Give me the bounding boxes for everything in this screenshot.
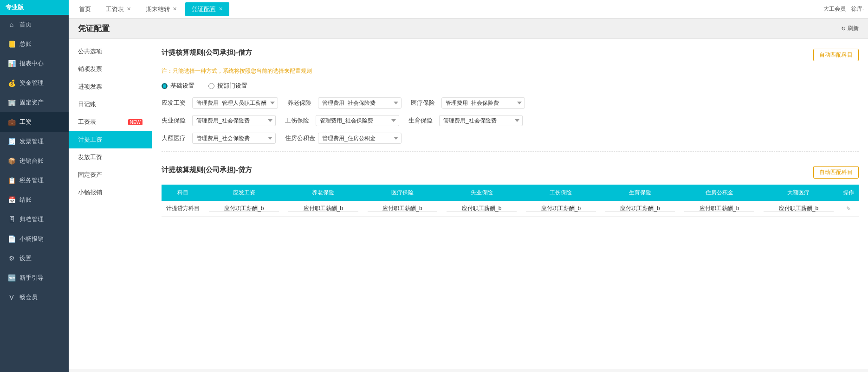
sidebar-icon-salary: 💼 — [7, 118, 16, 126]
tab-voucher-config[interactable]: 凭证配置✕ — [185, 2, 229, 16]
col-header-4: 失业保险 — [442, 185, 521, 201]
section2-header: 计提核算规则(公司承担)-贷方 自动匹配科目 — [162, 166, 859, 179]
sidebar-item-salary[interactable]: 💼 工资 — [0, 112, 69, 132]
tab-home[interactable]: 首页 — [72, 2, 97, 16]
tab-close-period-end[interactable]: ✕ — [173, 6, 177, 12]
form-label-1-0: 失业保险 — [162, 116, 189, 125]
sidebar-icon-reports: 📊 — [7, 60, 16, 67]
auto-match-credit-button[interactable]: 自动匹配科目 — [813, 166, 859, 179]
col-header-5: 工伤保险 — [521, 185, 601, 201]
section1-title: 计提核算规则(公司承担)-借方 — [162, 48, 252, 57]
sidebar-item-archive[interactable]: 🗄 归档管理 — [0, 210, 69, 229]
tab-label-voucher-config: 凭证配置 — [192, 5, 216, 13]
table-input-0-1[interactable] — [288, 205, 358, 212]
sidebar-icon-tax: 📋 — [7, 177, 16, 184]
form-label-0-1: 养老保险 — [287, 99, 315, 107]
table-input-0-3[interactable] — [447, 205, 517, 212]
form-select-2-0[interactable]: 管理费用_社会保险费 — [192, 133, 276, 144]
table-input-0-0[interactable] — [209, 205, 279, 212]
form-select-2-1[interactable]: 管理费用_住房公积金 — [318, 133, 402, 144]
table-input-0-2[interactable] — [368, 205, 438, 212]
dept-setting-radio[interactable]: 按部门设置 — [208, 82, 247, 90]
col-header-3: 医疗保险 — [363, 185, 442, 201]
sidebar-icon-inventory: 📦 — [7, 157, 16, 165]
left-nav-salary-table[interactable]: 工资表NEW — [69, 113, 152, 131]
sidebar-item-settings[interactable]: ⚙ 设置 — [0, 249, 69, 268]
table-input-0-7[interactable] — [764, 205, 834, 212]
form-item-0-1: 养老保险 管理费用_社会保险费 — [287, 97, 402, 109]
sidebar-item-reports[interactable]: 📊 报表中心 — [0, 54, 69, 73]
tab-label-home: 首页 — [79, 5, 91, 13]
tab-period-end[interactable]: 期末结转✕ — [139, 2, 183, 16]
left-nav-pay-salary[interactable]: 发放工资 — [69, 148, 152, 166]
left-nav-label-salary-table: 工资表 — [78, 118, 96, 126]
left-nav-accrued-salary[interactable]: 计提工资 — [69, 131, 152, 148]
form-row-0: 应发工资 管理费用_管理人员职工薪酬 养老保险 管理费用_社会保险费 医疗保险 … — [162, 97, 859, 109]
form-label-2-1: 住房公积金 — [285, 134, 315, 142]
table-input-0-4[interactable] — [526, 205, 596, 212]
sidebar-item-inventory[interactable]: 📦 进销台账 — [0, 151, 69, 171]
form-label-0-0: 应发工资 — [162, 99, 189, 107]
sidebar-label-tax: 税务管理 — [19, 176, 44, 185]
tab-salary-table[interactable]: 工资表✕ — [99, 2, 137, 16]
sidebar-item-member[interactable]: V 畅会员 — [0, 288, 69, 307]
table-input-0-5[interactable] — [605, 205, 675, 212]
refresh-button[interactable]: ↻ 刷新 — [841, 25, 859, 32]
sidebar-icon-ledger: 📒 — [7, 40, 16, 48]
sidebar-icon-funds: 💰 — [7, 79, 16, 87]
tab-close-salary-table[interactable]: ✕ — [127, 6, 131, 12]
left-nav-public[interactable]: 公共选项 — [69, 43, 152, 60]
refresh-label: 刷新 — [848, 25, 859, 32]
sidebar-item-close[interactable]: 📅 结账 — [0, 190, 69, 210]
form-select-1-1[interactable]: 管理费用_社会保险费 — [316, 115, 399, 126]
sidebar-label-archive: 归档管理 — [19, 215, 44, 224]
cell-value-0-7 — [759, 201, 838, 217]
form-label-1-1: 工伤保险 — [285, 116, 313, 125]
sidebar-label-guide: 新手引导 — [19, 274, 44, 282]
sidebar-icon-archive: 🗄 — [7, 216, 16, 223]
main-content: 首页工资表✕期末结转✕凭证配置✕ 大工会员 徐库- 凭证配置 ↻ 刷新 公共选项… — [69, 0, 868, 372]
form-select-0-1[interactable]: 管理费用_社会保险费 — [318, 97, 402, 109]
page-header: 凭证配置 ↻ 刷新 — [69, 19, 868, 39]
auto-match-debit-button[interactable]: 自动匹配科目 — [813, 49, 859, 61]
form-item-0-0: 应发工资 管理费用_管理人员职工薪酬 — [162, 97, 278, 109]
credit-table-header: 科目应发工资养老保险医疗保险失业保险工伤保险生育保险住房公积金大额医疗操作 — [162, 185, 859, 201]
edit-icon-0[interactable]: ✎ — [846, 205, 851, 212]
left-nav-journal[interactable]: 日记账 — [69, 96, 152, 113]
sidebar-item-funds[interactable]: 💰 资金管理 — [0, 73, 69, 93]
sidebar-item-tax[interactable]: 📋 税务管理 — [0, 171, 69, 190]
form-select-1-2[interactable]: 管理费用_社会保险费 — [439, 115, 523, 126]
left-nav-xiaochang-report[interactable]: 小畅报销 — [69, 184, 152, 201]
form-label-0-2: 医疗保险 — [411, 99, 439, 107]
cell-value-0-4 — [521, 201, 601, 217]
right-content: 计提核算规则(公司承担)-借方 自动匹配科目 注：只能选择一种方式，系统将按照您… — [152, 39, 868, 369]
sidebar-item-home[interactable]: ⌂ 首页 — [0, 15, 69, 34]
left-nav-purchase-invoice[interactable]: 进项发票 — [69, 78, 152, 96]
cell-action-0[interactable]: ✎ — [838, 201, 859, 217]
sidebar-item-ledger[interactable]: 📒 总账 — [0, 34, 69, 54]
sidebar-label-ledger: 总账 — [19, 40, 32, 48]
sidebar-label-home: 首页 — [19, 20, 32, 29]
tab-close-voucher-config[interactable]: ✕ — [219, 6, 223, 12]
sidebar-item-guide[interactable]: 🆕 新手引导 — [0, 268, 69, 288]
col-header-9: 操作 — [838, 185, 859, 201]
section1-note: 注：只能选择一种方式，系统将按照您当前的选择来配置规则 — [162, 67, 859, 75]
table-input-0-6[interactable] — [684, 205, 754, 212]
col-header-1: 应发工资 — [204, 185, 284, 201]
sidebar-item-xiaochangreport[interactable]: 📄 小畅报销 — [0, 229, 69, 249]
basic-setting-radio[interactable]: 基础设置 — [162, 82, 194, 90]
tab-label-salary-table: 工资表 — [106, 5, 124, 13]
sidebar-label-salary: 工资 — [19, 118, 32, 126]
left-nav-label-public: 公共选项 — [78, 47, 102, 56]
sidebar-item-assets[interactable]: 🏢 固定资产 — [0, 93, 69, 112]
left-nav-sales-invoice[interactable]: 销项发票 — [69, 60, 152, 78]
form-select-0-0[interactable]: 管理费用_管理人员职工薪酬 — [192, 97, 278, 109]
sidebar-item-invoices[interactable]: 🧾 发票管理 — [0, 132, 69, 151]
user-label: 徐库- — [851, 5, 864, 13]
left-nav-fixed-assets[interactable]: 固定资产 — [69, 166, 152, 184]
page-title: 凭证配置 — [78, 23, 110, 34]
content-layout: 公共选项销项发票进项发票日记账工资表NEW计提工资发放工资固定资产小畅报销 计提… — [69, 39, 868, 369]
left-nav-label-pay-salary: 发放工资 — [78, 153, 102, 161]
form-select-1-0[interactable]: 管理费用_社会保险费 — [192, 115, 276, 126]
form-select-0-2[interactable]: 管理费用_社会保险费 — [441, 97, 525, 109]
